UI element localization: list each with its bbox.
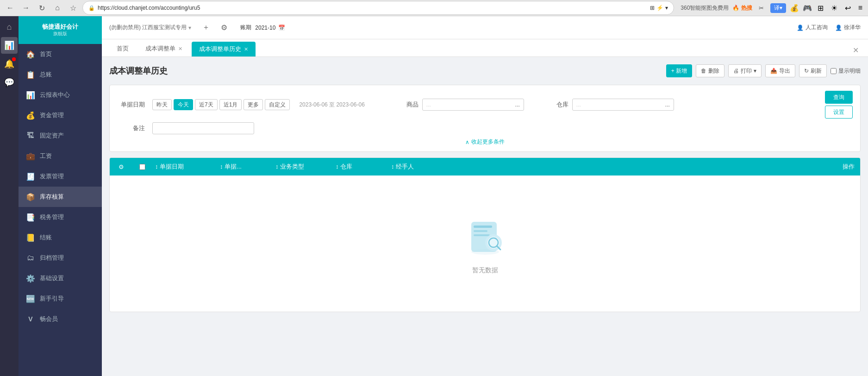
- page-title: 成本调整单历史: [109, 65, 168, 76]
- show-detail-checkbox-label[interactable]: 显示明细: [831, 67, 861, 75]
- user-button[interactable]: 👤 徐泽华: [835, 24, 861, 31]
- th-handler[interactable]: ↕ 经手人: [387, 158, 452, 175]
- th-warehouse[interactable]: ↕ 仓库: [332, 158, 387, 175]
- th-number[interactable]: ↕ 单据...: [216, 158, 272, 175]
- brightness-icon[interactable]: ☀: [829, 3, 839, 13]
- sidebar-item-member[interactable]: V 畅会员: [19, 309, 102, 329]
- remark-label: 备注: [117, 124, 145, 132]
- warehouse-more-icon: ...: [665, 101, 670, 108]
- date-btn-yesterday[interactable]: 昨天: [152, 99, 172, 110]
- sidebar-item-closing[interactable]: 📒 结账: [19, 227, 102, 248]
- collapse-button[interactable]: ∧ 收起更多条件: [465, 138, 505, 146]
- sidebar-item-home[interactable]: 🏠 首页: [19, 44, 102, 64]
- coin-icon[interactable]: 💰: [790, 4, 799, 13]
- undo-icon[interactable]: ↩: [843, 3, 853, 13]
- th-date[interactable]: ↕ 单据日期: [151, 158, 216, 175]
- company-dropdown-icon[interactable]: ▾: [188, 25, 191, 31]
- star-button[interactable]: ☆: [67, 1, 80, 14]
- sidebar-item-funds-label: 资金管理: [40, 111, 64, 119]
- export-button[interactable]: 📤 导出: [765, 64, 795, 77]
- service-button[interactable]: 👤 人工咨询: [797, 24, 828, 31]
- forward-button[interactable]: →: [19, 1, 32, 14]
- hot-search-label[interactable]: 🔥 热搜: [732, 4, 752, 12]
- scissors-icon[interactable]: ✂: [756, 4, 767, 13]
- tab-cost-adjust-history-close[interactable]: ✕: [244, 46, 248, 52]
- tax-icon: 📑: [26, 213, 35, 222]
- goods-filter: 商品 ... ...: [391, 99, 524, 111]
- sidebar-item-assets-label: 固定资产: [40, 132, 64, 140]
- date-btn-today[interactable]: 今天: [174, 99, 193, 110]
- refresh-button[interactable]: ↻ 刷新: [799, 64, 827, 77]
- filter-settings-button[interactable]: 设置: [825, 106, 853, 119]
- back-button[interactable]: ←: [4, 1, 17, 14]
- game-icon[interactable]: 🎮: [803, 4, 812, 13]
- new-button[interactable]: + 新增: [666, 64, 692, 77]
- icon-bar-active[interactable]: 📊: [1, 37, 18, 54]
- sidebar-item-salary[interactable]: 💼 工资: [19, 146, 102, 166]
- sidebar-item-salary-label: 工资: [40, 152, 52, 160]
- query-button[interactable]: 查询: [825, 91, 853, 104]
- select-all-checkbox[interactable]: [139, 164, 145, 170]
- translate-button[interactable]: 译▾: [770, 3, 786, 13]
- add-company-button[interactable]: ＋: [200, 22, 212, 34]
- th-biztype[interactable]: ↕ 业务类型: [272, 158, 332, 175]
- tab-cost-adjust-close[interactable]: ✕: [178, 46, 182, 52]
- address-bar[interactable]: 🔒 https://cloud.chanjet.com/accounting/u…: [82, 1, 674, 15]
- empty-icon: [462, 213, 508, 259]
- sidebar-item-guide-label: 新手引导: [40, 295, 64, 303]
- sidebar-item-assets[interactable]: 🏗 固定资产: [19, 125, 102, 146]
- sidebar-item-archive[interactable]: 🗂 归档管理: [19, 248, 102, 268]
- sidebar-logo-text: 畅捷通好会计: [42, 23, 78, 31]
- sidebar-item-tax[interactable]: 📑 税务管理: [19, 207, 102, 227]
- date-btn-custom[interactable]: 自定义: [265, 99, 290, 110]
- empty-state: 暂无数据: [110, 175, 860, 312]
- icon-bar-chat[interactable]: 💬: [1, 74, 18, 91]
- apps-icon[interactable]: ⊞: [816, 3, 825, 13]
- date-btn-more[interactable]: 更多: [244, 99, 263, 110]
- filter-row-date: 单据日期 昨天 今天 近7天 近1月 更多 自定义 2023-06-06 至 2…: [117, 91, 853, 119]
- sidebar-item-tax-label: 税务管理: [40, 213, 64, 221]
- print-button[interactable]: 🖨 打印 ▾: [728, 64, 762, 77]
- sidebar-item-guide[interactable]: 🆕 新手引导: [19, 288, 102, 309]
- reports-icon: 📊: [26, 91, 35, 100]
- menu-icon[interactable]: ≡: [856, 3, 864, 13]
- sidebar-item-settings[interactable]: ⚙️ 基础设置: [19, 268, 102, 288]
- date-btn-1month[interactable]: 近1月: [219, 99, 242, 110]
- warehouse-filter: 仓库 ... ...: [541, 99, 674, 111]
- icon-bar-home[interactable]: ⌂: [1, 19, 18, 35]
- closing-icon: 📒: [26, 233, 35, 242]
- reload-button[interactable]: ↻: [35, 1, 48, 14]
- sidebar-item-funds[interactable]: 💰 资金管理: [19, 105, 102, 125]
- sidebar-item-invoice[interactable]: 🧾 发票管理: [19, 166, 102, 187]
- date-btn-7days[interactable]: 近7天: [195, 99, 218, 110]
- settings-top-icon[interactable]: ⚙: [221, 23, 227, 32]
- delete-button[interactable]: 🗑 删除: [696, 64, 724, 77]
- chevron-down-icon[interactable]: ▾: [665, 5, 668, 11]
- lightning-icon[interactable]: ⚡: [656, 5, 663, 11]
- show-detail-checkbox[interactable]: [831, 68, 837, 74]
- sidebar-item-ledger[interactable]: 📋 总账: [19, 64, 102, 85]
- th-settings[interactable]: ⚙: [110, 158, 133, 175]
- page-close-button[interactable]: ✕: [851, 44, 861, 56]
- tab-home[interactable]: 首页: [109, 42, 136, 56]
- tab-cost-adjust-history[interactable]: 成本调整单历史 ✕: [192, 42, 256, 56]
- home-button[interactable]: ⌂: [51, 1, 64, 14]
- th-checkbox[interactable]: [133, 158, 151, 175]
- warehouse-select[interactable]: ... ...: [572, 99, 674, 111]
- tab-cost-adjust[interactable]: 成本调整单 ✕: [138, 42, 190, 56]
- remark-input[interactable]: [152, 122, 254, 134]
- goods-select[interactable]: ... ...: [422, 99, 524, 111]
- calendar-icon[interactable]: 📅: [278, 25, 285, 31]
- sidebar-item-inventory-label: 库存核算: [40, 193, 64, 201]
- table-container: ⚙ ↕ 单据日期 ↕ 单据... ↕ 业务类型 ↕ 仓库: [109, 157, 861, 312]
- icon-bar-notification[interactable]: 🔔: [1, 56, 18, 72]
- goods-select-placeholder: ...: [426, 101, 431, 108]
- sidebar-item-ledger-label: 总账: [40, 70, 52, 79]
- url-text: https://cloud.chanjet.com/accounting/uru…: [98, 5, 200, 11]
- date-filter-label: 单据日期: [117, 100, 145, 109]
- sidebar-item-reports[interactable]: 📊 云报表中心: [19, 85, 102, 105]
- user-name: 徐泽华: [844, 24, 861, 31]
- sidebar-item-reports-label: 云报表中心: [40, 91, 70, 99]
- grid-icon[interactable]: ⊞: [650, 5, 655, 11]
- sidebar-item-inventory[interactable]: 📦 库存核算: [19, 187, 102, 207]
